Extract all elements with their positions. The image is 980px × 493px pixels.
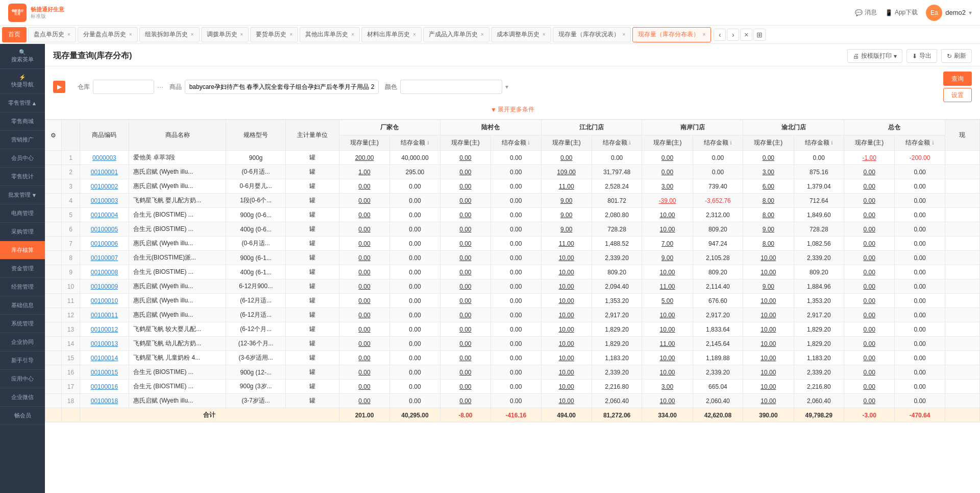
table-row: 6 00100005 合生元 (BIOSTIME) ... 400g (0-6.… xyxy=(45,222,980,237)
tab-close-icon[interactable]: × xyxy=(351,32,354,37)
expand-icon: ▼ xyxy=(491,106,497,113)
user-area[interactable]: Ea demo2 ▾ xyxy=(926,5,972,21)
tab-requisition[interactable]: 要货单历史 × xyxy=(250,27,298,42)
tab-inventory-single[interactable]: 盘点单历史 × xyxy=(28,27,76,42)
app-download-btn[interactable]: 📱 App下载 xyxy=(885,8,918,17)
col-name-header: 商品名称 xyxy=(129,120,226,151)
table-container[interactable]: ⚙ 商品编码 商品名称 规格型号 主计量单位 厂家仓 陆村仓 江北门店 南岸门店… xyxy=(45,120,980,493)
summary-row: 合计 201.00 40,295.00 -8.00 -416.16 494.00… xyxy=(45,408,980,422)
tab-stock-status[interactable]: 现存量（库存状况表） × xyxy=(553,27,631,42)
table-row: 4 00100003 飞鹤星飞帆 婴儿配方奶... 1段(0-6个... 罐 0… xyxy=(45,194,980,208)
sidebar-item-wholesale[interactable]: 批发管理 ▼ xyxy=(0,186,45,204)
download-icon: 📱 xyxy=(885,9,893,16)
tab-close-icon[interactable]: × xyxy=(289,32,292,37)
color-input[interactable] xyxy=(400,80,502,94)
tab-close-icon[interactable]: × xyxy=(240,32,243,37)
col-unit-header: 主计量单位 xyxy=(286,120,339,151)
tab-transfer[interactable]: 调拨单历史 × xyxy=(201,27,249,42)
warehouse-input[interactable] xyxy=(93,80,154,94)
tab-close-icon[interactable]: × xyxy=(623,32,626,37)
sidebar-item-app-center[interactable]: 应用中心 xyxy=(0,370,45,388)
warehouse-ellipsis[interactable]: ··· xyxy=(157,83,163,91)
color-field: 颜色 ▾ xyxy=(385,80,508,94)
table-row: 8 00100007 合生元(BIOSTIME)派... 900g (6-1..… xyxy=(45,251,980,265)
col-jb-amt-header: 结存金额 ℹ xyxy=(592,135,642,151)
col-l-amt-header: 结存金额 ℹ xyxy=(491,135,541,151)
refresh-icon: ↻ xyxy=(947,53,952,60)
col-tot-amt-header: 结存金额 ℹ xyxy=(895,135,945,151)
table-row: 5 00100004 合生元 (BIOSTIME) ... 900g (0-6.… xyxy=(45,208,980,222)
tab-cost-adjust[interactable]: 成本调整单历史 × xyxy=(491,27,551,42)
sidebar-item-guide[interactable]: 新手引导 xyxy=(0,351,45,370)
col-current-header: 现 xyxy=(945,120,979,151)
expand-row: ▼ 展开更多条件 xyxy=(53,105,972,114)
sidebar-item-retail-stat[interactable]: 零售统计 xyxy=(0,168,45,186)
sidebar-item-wechat[interactable]: 企业微信 xyxy=(0,388,45,407)
sidebar-item-member[interactable]: 会员中心 xyxy=(0,149,45,168)
tab-stock-dist[interactable]: 现存量（库存分布表） × xyxy=(632,27,711,42)
tab-other-out[interactable]: 其他出库单历史 × xyxy=(300,27,360,42)
sidebar-item-cooperation[interactable]: 企业协同 xyxy=(0,333,45,351)
tab-group-split[interactable]: 组装拆卸单历史 × xyxy=(139,27,200,42)
tab-close-icon[interactable]: × xyxy=(543,32,546,37)
tab-close-icon[interactable]: × xyxy=(481,32,484,37)
print-btn[interactable]: 🖨 按模版打印 ▾ xyxy=(847,49,902,63)
tab-close-all-btn[interactable]: × xyxy=(740,29,752,41)
sidebar-item-retail[interactable]: 零售管理 ▲ xyxy=(0,94,45,112)
table-row: 13 00100012 飞鹤星飞帆 较大婴儿配... (6-12个月... 罐 … xyxy=(45,322,980,337)
col-nanan-header: 南岸门店 xyxy=(642,120,743,135)
tab-close-icon[interactable]: × xyxy=(67,32,70,37)
sidebar-item-search[interactable]: 🔍 搜索英单 xyxy=(0,44,45,69)
export-icon: ⬇ xyxy=(912,53,917,60)
sidebar-item-ecommerce[interactable]: 电商管理 xyxy=(0,204,45,223)
tab-close-icon[interactable]: × xyxy=(129,32,132,37)
tab-split-inventory[interactable]: 分量盘点单历史 × xyxy=(78,27,138,42)
col-code-header: 商品编码 xyxy=(80,120,129,151)
sidebar-item-system[interactable]: 系统管理 xyxy=(0,315,45,333)
col-jb-qty-header: 现存量(主) xyxy=(541,135,592,151)
page-title: 现存量查询(库存分布) xyxy=(53,51,132,61)
col-total-wh-header: 总仓 xyxy=(844,120,945,135)
setting-btn[interactable]: 设置 xyxy=(943,88,972,102)
col-yb-amt-header: 结存金额 ℹ xyxy=(794,135,844,151)
sidebar-item-nav[interactable]: ⚡ 快捷导航 xyxy=(0,69,45,94)
tab-close-icon[interactable]: × xyxy=(191,32,194,37)
query-btn[interactable]: 查询 xyxy=(943,72,972,86)
tab-product-in[interactable]: 产成品入库单历史 × xyxy=(423,27,489,42)
sidebar-item-assets[interactable]: 资金管理 xyxy=(0,260,45,278)
refresh-btn[interactable]: ↻ 刷新 xyxy=(941,49,972,63)
col-na-amt-header: 结存金额 ℹ xyxy=(693,135,743,151)
export-btn[interactable]: ⬇ 导出 xyxy=(906,49,937,63)
table-row: 3 00100002 惠氏启赋 (Wyeth illu... 0-6月婴儿...… xyxy=(45,179,980,194)
tab-home[interactable]: 首页 xyxy=(2,27,27,42)
tab-prev-btn[interactable]: ‹ xyxy=(714,29,726,41)
tab-material-out[interactable]: 材料出库单历史 × xyxy=(361,27,422,42)
table-row: 17 00100016 合生元 (BIOSTIME) ... 900g (3岁.… xyxy=(45,380,980,394)
expand-conditions-btn[interactable]: ▼ 展开更多条件 xyxy=(491,105,534,114)
sidebar-item-basics[interactable]: 基础信息 xyxy=(0,296,45,315)
table-row: 15 00100014 飞鹤星飞帆 儿童奶粉 4... (3-6岁适用... 罐… xyxy=(45,351,980,365)
goods-input[interactable] xyxy=(185,80,379,94)
col-settings-icon[interactable]: ⚙ xyxy=(45,120,62,151)
collapse-btn[interactable]: ▶ xyxy=(53,81,65,93)
sidebar-item-inventory[interactable]: 库存核算 xyxy=(0,241,45,260)
search-icon: 🔍 xyxy=(3,49,42,56)
sidebar-item-fans[interactable]: 畅会员 xyxy=(0,407,45,425)
tab-expand-btn[interactable]: ⊞ xyxy=(753,29,766,41)
color-dropdown-icon[interactable]: ▾ xyxy=(505,83,508,90)
content-area: 现存量查询(库存分布) 🖨 按模版打印 ▾ ⬇ 导出 ↻ 刷新 xyxy=(45,44,980,493)
sidebar-item-purchase[interactable]: 采购管理 xyxy=(0,223,45,241)
table-row: 1 0000003 爱他美 卓萃3段 900g 罐 200.00 40,000.… xyxy=(45,151,980,165)
col-spec-header: 规格型号 xyxy=(226,120,286,151)
sidebar-item-operations[interactable]: 经营管理 xyxy=(0,278,45,296)
sidebar-item-retail-shop[interactable]: 零售商城 xyxy=(0,112,45,131)
sidebar-item-marketing[interactable]: 营销推广 xyxy=(0,131,45,149)
tab-close-icon[interactable]: × xyxy=(702,32,705,37)
chevron-down-icon: ▾ xyxy=(969,9,972,16)
tab-next-btn[interactable]: › xyxy=(727,29,739,41)
search-actions: 查询 设置 xyxy=(943,72,972,102)
top-right: 💬 消息 📱 App下载 Ea demo2 ▾ xyxy=(855,5,972,21)
chevron-down-icon: ▼ xyxy=(32,192,37,198)
message-btn[interactable]: 💬 消息 xyxy=(855,8,877,17)
tab-close-icon[interactable]: × xyxy=(413,32,416,37)
